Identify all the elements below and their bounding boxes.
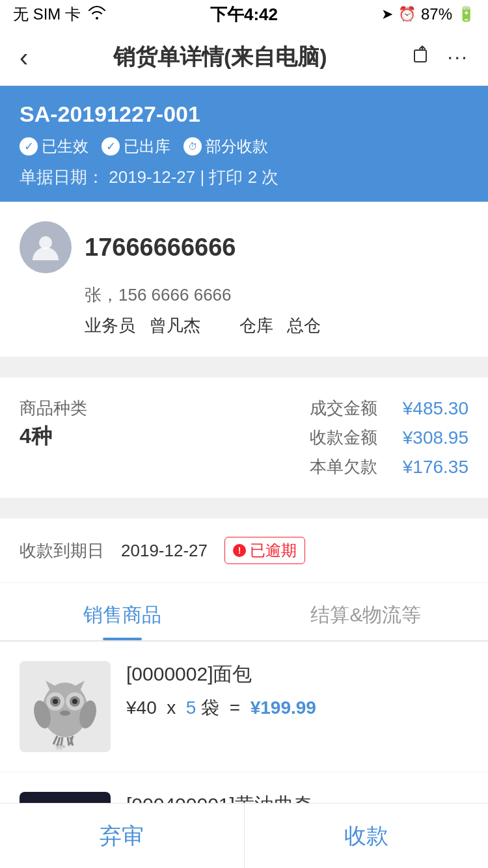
svg-point-9 bbox=[72, 699, 77, 704]
product-name-1: [0000002]面包 bbox=[126, 661, 468, 688]
badge-shipped-label: 已出库 bbox=[124, 136, 170, 157]
status-time: 下午4:42 bbox=[210, 3, 278, 26]
summary-section: 商品种类 4种 成交金额 ¥485.30 收款金额 ¥308.95 本单欠款 ¥… bbox=[0, 377, 488, 498]
wifi-icon bbox=[87, 5, 107, 23]
debt-label: 本单欠款 bbox=[310, 455, 377, 478]
battery-icon: 🔋 bbox=[457, 6, 475, 23]
due-label: 收款到期日 bbox=[20, 539, 104, 562]
check-icon-activated: ✓ bbox=[20, 137, 38, 156]
tabs: 销售商品 结算&物流等 bbox=[0, 583, 488, 640]
overdue-icon: ! bbox=[233, 544, 246, 557]
more-icon[interactable]: ··· bbox=[447, 45, 468, 69]
divider-1 bbox=[0, 367, 488, 377]
cancel-audit-button[interactable]: 弃审 bbox=[0, 804, 245, 868]
nav-right: ··· bbox=[412, 44, 468, 71]
back-button[interactable]: ‹ bbox=[20, 44, 28, 70]
svg-text:鸮+: 鸮+ bbox=[55, 743, 66, 750]
overdue-label: 已逾期 bbox=[250, 540, 297, 561]
debt-item: 本单欠款 ¥176.35 bbox=[310, 455, 468, 478]
nav-left: ‹ bbox=[20, 44, 28, 70]
status-right: ➤ ⏰ 87% 🔋 bbox=[381, 5, 475, 23]
sales-label: 业务员 曾凡杰 bbox=[85, 314, 200, 337]
nav-bar: ‹ 销货单详情(来自电脑) ··· bbox=[0, 29, 488, 86]
badge-shipped: ✓ 已出库 bbox=[102, 136, 170, 157]
svg-point-10 bbox=[60, 711, 70, 716]
status-bar: 无 SIM 卡 下午4:42 ➤ ⏰ 87% 🔋 bbox=[0, 0, 488, 29]
header-banner: SA-20191227-001 ✓ 已生效 ✓ 已出库 ⏱ 部分收款 单据日期：… bbox=[0, 86, 488, 202]
bottom-bar: 弃审 收款 bbox=[0, 803, 488, 868]
product-total-1: ¥199.99 bbox=[251, 698, 316, 718]
collect-payment-button[interactable]: 收款 bbox=[245, 804, 489, 868]
clock-icon: ⏱ bbox=[183, 137, 202, 156]
summary-row: 商品种类 4种 成交金额 ¥485.30 收款金额 ¥308.95 本单欠款 ¥… bbox=[20, 397, 468, 478]
share-icon[interactable] bbox=[412, 44, 434, 71]
tabs-section: 销售商品 结算&物流等 bbox=[0, 583, 488, 642]
overdue-badge: ! 已逾期 bbox=[224, 537, 305, 564]
customer-name-phone: 张，156 6666 6666 bbox=[85, 284, 468, 306]
carrier-text: 无 SIM 卡 bbox=[13, 4, 81, 25]
product-info-1: [0000002]面包 ¥40 x 5 袋 = ¥199.99 bbox=[126, 661, 468, 720]
header-badges: ✓ 已生效 ✓ 已出库 ⏱ 部分收款 bbox=[20, 136, 468, 157]
header-date: 单据日期： 2019-12-27 | 打印 2 次 bbox=[20, 166, 468, 189]
due-section: 收款到期日 2019-12-27 ! 已逾期 bbox=[0, 519, 488, 583]
tab-settlement[interactable]: 结算&物流等 bbox=[244, 602, 488, 640]
summary-left: 商品种类 4种 bbox=[20, 397, 87, 451]
summary-right: 成交金额 ¥485.30 收款金额 ¥308.95 本单欠款 ¥176.35 bbox=[310, 397, 468, 478]
product-qty-1: 5 bbox=[186, 698, 197, 718]
badge-activated: ✓ 已生效 bbox=[20, 136, 88, 157]
svg-point-3 bbox=[42, 683, 88, 737]
product-item-1: 鸮+ [0000002]面包 ¥40 x 5 袋 = ¥199.99 bbox=[0, 642, 488, 772]
svg-point-8 bbox=[53, 699, 58, 704]
warehouse-name: 总仓 bbox=[287, 316, 321, 335]
warehouse-label: 仓库 总仓 bbox=[239, 314, 321, 337]
badge-partial-label: 部分收款 bbox=[206, 136, 268, 157]
customer-meta: 业务员 曾凡杰 仓库 总仓 bbox=[85, 314, 468, 337]
transaction-value: ¥485.30 bbox=[390, 398, 468, 419]
divider-2 bbox=[0, 508, 488, 519]
received-label: 收款金额 bbox=[310, 426, 377, 449]
transaction-item: 成交金额 ¥485.30 bbox=[310, 397, 468, 420]
received-item: 收款金额 ¥308.95 bbox=[310, 426, 468, 449]
avatar bbox=[20, 221, 72, 273]
order-id: SA-20191227-001 bbox=[20, 102, 468, 127]
due-date-value: 2019-12-27 bbox=[121, 541, 208, 561]
location-icon: ➤ bbox=[381, 6, 393, 23]
battery-text: 87% bbox=[421, 5, 452, 23]
sales-name: 曾凡杰 bbox=[150, 316, 200, 335]
tab-products[interactable]: 销售商品 bbox=[0, 602, 244, 640]
customer-row: 17666666666 bbox=[20, 221, 468, 273]
received-value: ¥308.95 bbox=[390, 427, 468, 448]
transaction-label: 成交金额 bbox=[310, 397, 377, 420]
debt-value: ¥176.35 bbox=[390, 457, 468, 478]
product-thumb-1: 鸮+ bbox=[20, 661, 111, 752]
product-price-1: ¥40 x 5 袋 = ¥199.99 bbox=[126, 696, 468, 720]
svg-rect-0 bbox=[414, 50, 426, 62]
status-left: 无 SIM 卡 bbox=[13, 4, 107, 25]
badge-partial-payment: ⏱ 部分收款 bbox=[183, 136, 268, 157]
alarm-icon: ⏰ bbox=[398, 6, 416, 23]
type-value: 4种 bbox=[20, 422, 87, 451]
type-label: 商品种类 bbox=[20, 397, 87, 420]
customer-phone: 17666666666 bbox=[85, 234, 236, 262]
check-icon-shipped: ✓ bbox=[102, 137, 120, 156]
page-title: 销货单详情(来自电脑) bbox=[113, 42, 327, 72]
customer-section: 17666666666 张，156 6666 6666 业务员 曾凡杰 仓库 总… bbox=[0, 202, 488, 357]
badge-activated-label: 已生效 bbox=[42, 136, 88, 157]
